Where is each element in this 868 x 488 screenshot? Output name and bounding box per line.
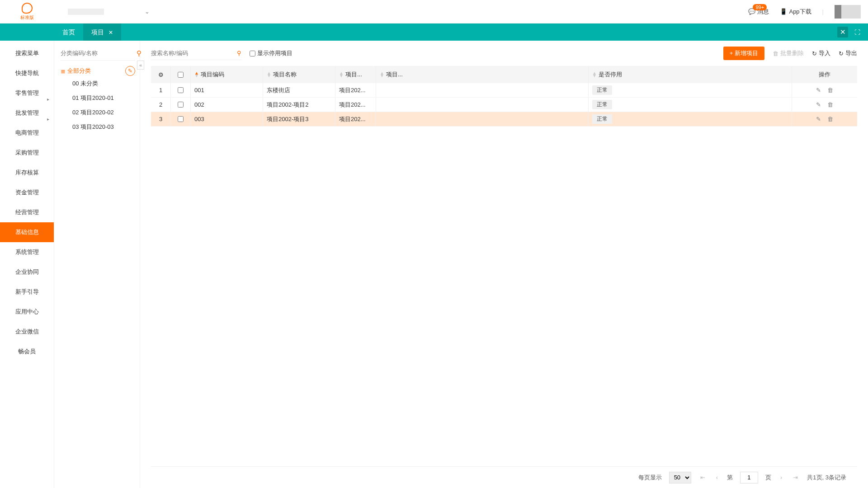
row-checkbox[interactable] (178, 116, 184, 122)
category-search-input[interactable] (61, 50, 137, 56)
sidebar-item-5[interactable]: 采购管理 (0, 143, 54, 163)
org-selector[interactable]: ⌄ (68, 8, 150, 15)
cell-code: 001 (191, 83, 263, 97)
pencil-icon: ✎ (128, 68, 132, 74)
tab-home[interactable]: 首页 (54, 23, 83, 41)
edit-category-button[interactable]: ✎ (125, 66, 135, 76)
sidebar-item-0[interactable]: 搜索菜单 (0, 43, 54, 63)
sidebar-item-11[interactable]: 企业协同 (0, 262, 54, 282)
cell-status: 正常 (589, 112, 792, 126)
messages-link[interactable]: 💬 消息 99+ (748, 8, 769, 16)
row-select[interactable] (171, 112, 191, 126)
edit-icon[interactable]: ✎ (816, 116, 821, 122)
select-all-checkbox[interactable] (178, 72, 184, 78)
stack-icon: ≣ (61, 68, 66, 75)
edit-icon[interactable]: ✎ (816, 101, 821, 108)
header-colB[interactable]: ▲▼项目... (376, 66, 589, 83)
cell-colA: 项目202... (335, 112, 376, 126)
export-button[interactable]: ↻ 导出 (839, 49, 857, 57)
cell-name: 东楼街店 (263, 83, 335, 97)
sort-icon[interactable]: ▲▼ (194, 72, 199, 77)
table-row[interactable]: 2002项目2002-项目2项目202...正常✎🗑 (151, 98, 857, 112)
sidebar-item-12[interactable]: 新手引导 (0, 282, 54, 302)
cell-status: 正常 (589, 98, 792, 112)
row-index: 1 (151, 83, 171, 97)
per-page-select[interactable]: 50 (669, 472, 691, 483)
fullscreen-button[interactable]: ⛶ (852, 27, 863, 38)
category-item-2[interactable]: 02 项目2020-02 (61, 106, 135, 119)
batch-delete-button: 🗑 批量删除 (773, 49, 804, 57)
trash-icon[interactable]: 🗑 (827, 101, 833, 108)
close-icon[interactable]: ✕ (108, 29, 113, 36)
row-checkbox[interactable] (178, 102, 184, 108)
sidebar-item-3[interactable]: 批发管理▸ (0, 103, 54, 123)
next-page-button[interactable]: › (778, 474, 784, 481)
category-item-3[interactable]: 03 项目2020-03 (61, 120, 135, 134)
add-project-button[interactable]: + 新增项目 (723, 47, 764, 60)
toolbar-right: + 新增项目 🗑 批量删除 ↻ 导入 ↻ 导出 (723, 47, 857, 60)
last-page-button[interactable]: ⇥ (791, 474, 800, 481)
import-button[interactable]: ↻ 导入 (812, 49, 830, 57)
close-all-tabs-button[interactable]: ✕ (837, 27, 848, 38)
status-badge: 正常 (592, 85, 612, 95)
trash-icon[interactable]: 🗑 (827, 116, 833, 122)
category-item-0[interactable]: 00 未分类 (61, 77, 135, 90)
shell: 搜索菜单快捷导航零售管理▸批发管理▸电商管理采购管理库存核算资金管理经营管理基础… (0, 41, 868, 488)
pagination: 每页显示 50 ⇤ ‹ 第 页 › ⇥ 共1页, 3条记录 (151, 466, 857, 488)
cell-status: 正常 (589, 83, 792, 97)
sort-icon[interactable]: ▲▼ (380, 72, 384, 77)
sidebar-item-10[interactable]: 系统管理 (0, 242, 54, 262)
header-status[interactable]: ▲▼是否停用 (589, 66, 792, 83)
category-item-1[interactable]: 01 项目2020-01 (61, 91, 135, 105)
trash-icon[interactable]: 🗑 (827, 87, 833, 94)
collapse-category-button[interactable]: « (137, 61, 144, 70)
search-icon[interactable]: ⚲ (237, 50, 241, 56)
main-area: ⚲ 显示停用项目 + 新增项目 🗑 批量删除 ↻ 导入 (140, 41, 868, 488)
edit-icon[interactable]: ✎ (816, 87, 821, 94)
category-all[interactable]: ≣ 全部分类 ✎ (61, 66, 135, 76)
sidebar-item-1[interactable]: 快捷导航 (0, 63, 54, 83)
sidebar-item-8[interactable]: 经营管理 (0, 202, 54, 222)
sidebar-item-2[interactable]: 零售管理▸ (0, 83, 54, 103)
sort-icon[interactable]: ▲▼ (339, 72, 344, 77)
main-search: ⚲ (151, 47, 241, 60)
top-right: 💬 消息 99+ 📱 App下载 | (748, 5, 861, 19)
avatar[interactable] (835, 5, 861, 19)
show-disabled-toggle[interactable]: 显示停用项目 (250, 49, 292, 57)
sidebar-item-9[interactable]: 基础信息 (0, 222, 54, 242)
select-all-column[interactable] (171, 66, 191, 83)
tab-project[interactable]: 项目 ✕ (83, 23, 121, 41)
sidebar-item-7[interactable]: 资金管理 (0, 183, 54, 202)
sort-icon[interactable]: ▲▼ (267, 72, 271, 77)
data-table: ⚙ ▲▼项目编码 ▲▼项目名称 ▲▼项目... ▲▼项目... ▲▼是否停用 操… (140, 66, 868, 466)
first-page-button[interactable]: ⇤ (698, 474, 707, 481)
sort-icon[interactable]: ▲▼ (592, 72, 597, 77)
header-name[interactable]: ▲▼项目名称 (263, 66, 335, 83)
status-badge: 正常 (592, 114, 612, 124)
export-icon: ↻ (839, 50, 844, 57)
sidebar-item-14[interactable]: 企业微信 (0, 322, 54, 342)
search-input[interactable] (151, 50, 237, 56)
toolbar: ⚲ 显示停用项目 + 新增项目 🗑 批量删除 ↻ 导入 (140, 41, 868, 66)
prev-page-button[interactable]: ‹ (714, 474, 720, 481)
header-colA[interactable]: ▲▼项目... (335, 66, 376, 83)
sidebar-item-6[interactable]: 库存核算 (0, 163, 54, 183)
sidebar-item-4[interactable]: 电商管理 (0, 123, 54, 143)
sidebar-item-13[interactable]: 应用中心 (0, 302, 54, 322)
cell-code: 003 (191, 112, 263, 126)
settings-column[interactable]: ⚙ (151, 66, 171, 83)
show-disabled-checkbox[interactable] (250, 51, 255, 56)
table-row[interactable]: 1001东楼街店项目202...正常✎🗑 (151, 83, 857, 98)
page-input[interactable] (740, 472, 758, 483)
row-select[interactable] (171, 83, 191, 97)
download-link[interactable]: 📱 App下载 (780, 8, 811, 16)
row-checkbox[interactable] (178, 87, 184, 93)
cell-ops: ✎🗑 (792, 98, 857, 112)
top-bar: 标准版 ⌄ 💬 消息 99+ 📱 App下载 | (0, 0, 868, 23)
search-icon[interactable]: ⚲ (137, 49, 142, 57)
header-code[interactable]: ▲▼项目编码 (191, 66, 263, 83)
row-select[interactable] (171, 98, 191, 112)
sidebar-item-15[interactable]: 畅会员 (0, 342, 54, 361)
category-all-label: 全部分类 (67, 67, 91, 75)
table-row[interactable]: 3003项目2002-项目3项目202...正常✎🗑 (151, 112, 857, 127)
